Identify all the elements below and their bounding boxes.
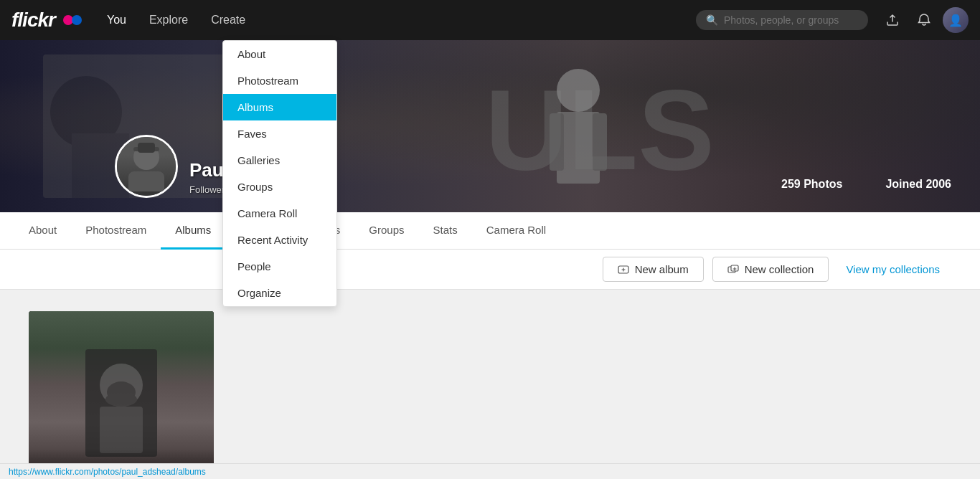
search-input[interactable] <box>724 14 858 26</box>
svg-point-21 <box>105 392 137 407</box>
view-collections-link[interactable]: View my collections <box>834 257 951 281</box>
nav-you[interactable]: You <box>95 0 138 40</box>
avatar-image: 👤 <box>943 7 969 33</box>
new-album-icon <box>618 264 629 275</box>
dropdown-people[interactable]: People <box>223 253 336 280</box>
svg-point-6 <box>557 69 600 112</box>
joined-date: Joined 2006 <box>885 178 951 191</box>
nav-create[interactable]: Create <box>199 0 257 40</box>
tab-stats[interactable]: Stats <box>419 212 472 250</box>
status-url: https://www.flickr.com/photos/paul_adshe… <box>9 467 206 477</box>
you-dropdown-menu: About Photostream Albums Faves Galleries… <box>222 40 337 307</box>
dropdown-photostream[interactable]: Photostream <box>223 67 336 94</box>
new-collection-icon <box>727 264 739 275</box>
dropdown-camera-roll[interactable]: Camera Roll <box>223 200 336 227</box>
svg-point-1 <box>72 15 82 25</box>
tab-about[interactable]: About <box>14 212 71 250</box>
user-avatar-nav[interactable]: 👤 <box>943 7 969 33</box>
profile-stats: 259 Photos Joined 2006 <box>781 178 951 191</box>
notifications-button[interactable] <box>911 7 937 33</box>
tab-groups[interactable]: Groups <box>354 212 418 250</box>
top-navigation: flickr You Explore Create 🔍 👤 <box>0 0 980 40</box>
search-icon: 🔍 <box>706 14 718 26</box>
search-bar[interactable]: 🔍 <box>696 10 868 30</box>
svg-point-0 <box>63 15 73 25</box>
stat-photos: 259 Photos <box>781 178 842 191</box>
svg-rect-13 <box>138 143 155 153</box>
status-bar: https://www.flickr.com/photos/paul_adshe… <box>0 463 980 479</box>
cover-figure-right: ULS <box>478 54 837 198</box>
nav-links: You Explore Create <box>95 0 257 40</box>
tab-camera-roll[interactable]: Camera Roll <box>472 212 560 250</box>
new-album-button[interactable]: New album <box>603 257 704 282</box>
dropdown-albums[interactable]: Albums <box>223 94 336 120</box>
dropdown-galleries[interactable]: Galleries <box>223 147 336 174</box>
profile-cover: ULS Paul Adshead Followers • 233 Followi… <box>0 40 980 212</box>
albums-content: Everything 2018 258 photos and 1 video <box>0 290 980 479</box>
svg-rect-9 <box>593 113 607 171</box>
new-collection-button[interactable]: New collection <box>712 257 829 282</box>
flickr-logo-icon <box>61 9 84 32</box>
nav-actions: 👤 <box>880 7 969 33</box>
dropdown-about[interactable]: About <box>223 41 336 67</box>
flickr-logo[interactable]: flickr <box>11 9 55 32</box>
avatar-image <box>117 137 176 196</box>
tab-photostream[interactable]: Photostream <box>71 212 161 250</box>
dropdown-faves[interactable]: Faves <box>223 120 336 147</box>
nav-explore[interactable]: Explore <box>138 0 199 40</box>
album-photo-figure <box>71 349 171 457</box>
dropdown-recent-activity[interactable]: Recent Activity <box>223 227 336 253</box>
dropdown-organize[interactable]: Organize <box>223 280 336 306</box>
album-card[interactable]: Everything 2018 258 photos and 1 video <box>29 311 214 479</box>
svg-rect-11 <box>128 171 164 191</box>
photos-count: 259 Photos <box>781 178 842 191</box>
profile-avatar[interactable] <box>115 135 178 198</box>
stat-joined: Joined 2006 <box>885 178 951 191</box>
dropdown-groups[interactable]: Groups <box>223 174 336 200</box>
svg-rect-19 <box>100 407 143 453</box>
tab-albums[interactable]: Albums <box>161 212 225 250</box>
svg-rect-8 <box>550 113 564 171</box>
upload-button[interactable] <box>880 7 905 33</box>
cover-person-silhouette <box>535 62 621 212</box>
albums-toolbar: New album New collection View my collect… <box>0 250 980 290</box>
profile-tabs: About Photostream Albums Faves Galleries… <box>0 212 980 250</box>
